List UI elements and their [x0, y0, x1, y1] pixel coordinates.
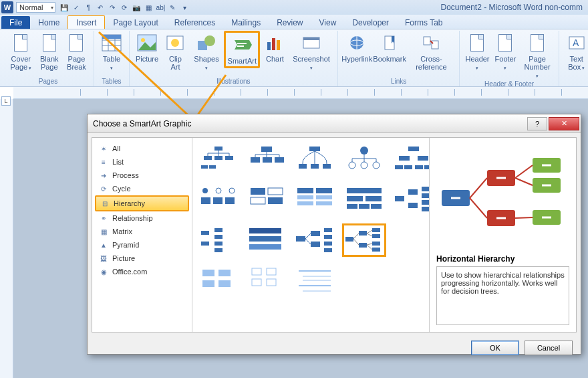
brush-icon[interactable]: ✎: [168, 3, 177, 12]
cat-relationship[interactable]: ⚭Relationship: [92, 211, 192, 225]
svg-rect-38: [209, 165, 216, 169]
category-list: ✶All ≡List ➜Process ⟳Cycle ⊟Hierarchy ⚭R…: [92, 138, 192, 332]
thumb-labeled[interactable]: [198, 183, 239, 217]
bookmark-icon: [379, 32, 400, 54]
svg-point-73: [229, 188, 235, 193]
thumb-bracket[interactable]: [246, 223, 287, 257]
tab-home[interactable]: Home: [30, 16, 67, 29]
page-number-button[interactable]: Page Number: [520, 31, 554, 80]
svg-rect-114: [324, 242, 332, 246]
dialog-titlebar: Choose a SmartArt Graphic ? ✕: [88, 114, 581, 133]
dialog-body: ✶All ≡List ➜Process ⟳Cycle ⊟Hierarchy ⚭R…: [92, 137, 577, 333]
svg-rect-45: [263, 157, 272, 163]
svg-rect-109: [296, 236, 305, 242]
cat-all[interactable]: ✶All: [92, 142, 192, 155]
chart-button[interactable]: Chart: [261, 31, 288, 64]
table-icon[interactable]: ▦: [144, 3, 153, 12]
refresh-icon[interactable]: ⟳: [120, 3, 129, 12]
cat-hierarchy[interactable]: ⊟Hierarchy: [95, 195, 189, 211]
screenshot-button[interactable]: Screenshot: [289, 31, 333, 72]
picture-button[interactable]: Picture: [134, 31, 160, 64]
help-button[interactable]: ?: [527, 117, 547, 130]
style-selector[interactable]: Normal: [16, 2, 55, 13]
vertical-ruler[interactable]: L: [0, 99, 13, 378]
title-bar: W Normal 💾 ✓ ¶ ↶ ↷ ⟳ 📷 ▦ ab| ✎ ▾ Documen…: [0, 0, 588, 15]
tab-file[interactable]: File: [1, 16, 30, 29]
svg-rect-77: [251, 188, 265, 195]
horizontal-ruler[interactable]: [13, 87, 588, 99]
cancel-button[interactable]: Cancel: [525, 341, 573, 355]
cat-officecom[interactable]: ◉Office.com: [92, 265, 192, 278]
tab-insert[interactable]: Insert: [67, 15, 105, 29]
qat-dropdown-icon[interactable]: ▾: [180, 3, 189, 12]
group-links-label: Links: [391, 78, 406, 85]
thumb-hierarchy-list[interactable]: [294, 183, 335, 217]
svg-point-57: [349, 162, 355, 169]
tab-review[interactable]: Review: [269, 16, 311, 29]
thumb-horizontal-labeled[interactable]: [198, 223, 239, 257]
header-label: Header: [465, 55, 489, 71]
thumb-horizontal-multi[interactable]: [393, 183, 429, 217]
undo-icon[interactable]: ↶: [96, 3, 105, 12]
textbox-button[interactable]: AText Box: [563, 31, 588, 72]
thumb-org-chart[interactable]: [198, 143, 239, 177]
thumb-lined[interactable]: [198, 264, 239, 297]
thumb-table[interactable]: [246, 183, 287, 217]
svg-rect-105: [214, 248, 223, 252]
tab-marker[interactable]: L: [1, 96, 11, 106]
cat-picture[interactable]: 🖼Picture: [92, 252, 192, 265]
header-button[interactable]: Header: [464, 31, 490, 72]
svg-rect-15: [267, 42, 271, 50]
thumb-half-circle[interactable]: [294, 143, 335, 177]
tab-mailings[interactable]: Mailings: [223, 16, 269, 29]
thumb-horizontal-org[interactable]: [342, 183, 386, 217]
thumb-circle-picture[interactable]: [342, 143, 386, 177]
svg-rect-131: [202, 270, 214, 276]
camera-icon[interactable]: 📷: [132, 3, 141, 12]
cat-list[interactable]: ≡List: [92, 155, 192, 169]
cat-pyramid[interactable]: ▲Pyramid: [92, 238, 192, 252]
table-button[interactable]: Table: [98, 31, 125, 72]
svg-rect-37: [201, 165, 208, 169]
svg-rect-99: [422, 207, 429, 211]
cover-page-button[interactable]: Cover Page: [7, 31, 35, 72]
tab-references[interactable]: References: [166, 16, 223, 29]
redo-icon[interactable]: ↷: [108, 3, 117, 12]
thumb-text-hierarchy[interactable]: [294, 264, 335, 297]
thumb-name-title[interactable]: [246, 143, 287, 177]
spellcheck-icon[interactable]: ✓: [71, 3, 81, 12]
footer-icon: [494, 32, 516, 54]
screenshot-label: Screenshot: [292, 55, 330, 71]
ok-button[interactable]: OK: [471, 341, 519, 355]
pilcrow-icon[interactable]: ¶: [84, 3, 93, 12]
bookmark-button[interactable]: Bookmark: [374, 31, 406, 64]
page-break-button[interactable]: Page Break: [63, 31, 90, 72]
close-button[interactable]: ✕: [549, 117, 579, 130]
thumb-hierarchy[interactable]: [393, 143, 429, 177]
svg-rect-54: [323, 164, 331, 169]
svg-rect-46: [275, 157, 284, 163]
smartart-button[interactable]: SmartArt: [224, 31, 260, 68]
cat-process[interactable]: ➜Process: [92, 169, 192, 182]
cat-cycle[interactable]: ⟳Cycle: [92, 182, 192, 195]
svg-rect-52: [299, 164, 307, 169]
footer-button[interactable]: Footer: [492, 31, 519, 72]
crossref-button[interactable]: Cross-reference: [407, 31, 455, 72]
pyramid-icon: ▲: [99, 240, 108, 250]
svg-rect-138: [267, 279, 276, 286]
text-icon[interactable]: ab|: [156, 3, 165, 12]
tab-page-layout[interactable]: Page Layout: [105, 16, 166, 29]
tab-developer[interactable]: Developer: [344, 16, 397, 29]
tab-view[interactable]: View: [311, 16, 345, 29]
cat-matrix[interactable]: ▦Matrix: [92, 225, 192, 238]
thumb-picture-org[interactable]: [246, 264, 287, 297]
thumb-horizontal-hierarchy[interactable]: [342, 223, 386, 257]
cat-label: List: [112, 158, 124, 166]
save-icon[interactable]: 💾: [59, 3, 69, 12]
shapes-button[interactable]: Shapes: [190, 31, 223, 72]
tab-forms[interactable]: Forms Tab: [397, 16, 450, 29]
clipart-button[interactable]: Clip Art: [162, 31, 189, 72]
thumb-right-org[interactable]: [294, 223, 335, 257]
hyperlink-button[interactable]: Hyperlink: [342, 31, 372, 64]
blank-page-button[interactable]: Blank Page: [37, 31, 62, 72]
